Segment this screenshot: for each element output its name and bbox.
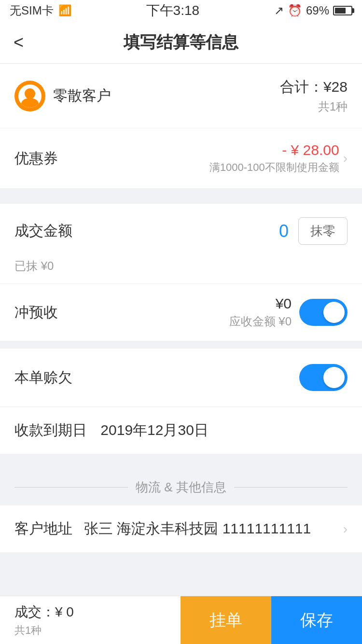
debt-row: 本单赊欠: [0, 349, 362, 406]
address-label: 客户地址: [14, 519, 72, 539]
status-left: 无SIM卡 📶: [10, 3, 71, 18]
logistics-header: 物流 & 其他信息: [0, 469, 362, 505]
address-row[interactable]: 客户地址 张三 海淀永丰科技园 11111111111 ›: [0, 505, 362, 552]
deal-amount-value: 0: [279, 221, 289, 241]
time-display: 下午3:18: [146, 1, 200, 20]
deal-amount-label: 成交金额: [14, 221, 72, 241]
chevron-right-icon: ›: [343, 151, 348, 166]
prepaid-label: 冲预收: [14, 303, 58, 322]
nav-bar: < 填写结算等信息: [0, 21, 362, 64]
hang-order-button[interactable]: 挂单: [181, 596, 271, 644]
back-button[interactable]: <: [14, 32, 24, 53]
total-amount: 合计：¥28: [280, 77, 348, 97]
debt-toggle[interactable]: [299, 364, 348, 391]
separator-3: [0, 462, 362, 469]
debt-toggle-knob: [323, 367, 345, 388]
bottom-count: 共1种: [14, 623, 166, 638]
prepaid-note: 应收金额 ¥0: [229, 314, 292, 329]
prepaid-amount: ¥0: [229, 295, 292, 312]
bottom-bar: 成交：¥ 0 共1种 挂单 保存: [0, 596, 362, 644]
customer-right: 合计：¥28 共1种: [280, 77, 348, 114]
deal-sub-text: 已抹 ¥0: [0, 258, 362, 283]
logistics-title: 物流 & 其他信息: [136, 479, 226, 496]
due-date-label: 收款到期日: [14, 422, 87, 438]
customer-name: 零散客户: [53, 86, 111, 106]
deal-section: 成交金额 0 抹零 已抹 ¥0 冲预收 ¥0 应收金额 ¥0: [0, 204, 362, 341]
separator-2: [0, 341, 362, 349]
location-icon: ↗: [274, 4, 284, 17]
due-date-row: 收款到期日 2019年12月30日: [0, 406, 362, 454]
wifi-icon: 📶: [58, 4, 71, 17]
debt-section: 本单赊欠 收款到期日 2019年12月30日: [0, 349, 362, 454]
bottom-deal-text: 成交：¥ 0: [14, 603, 166, 621]
prepaid-toggle[interactable]: [299, 299, 348, 326]
alarm-icon: ⏰: [288, 4, 302, 17]
address-section: 客户地址 张三 海淀永丰科技园 11111111111 ›: [0, 505, 362, 552]
status-right: ↗ ⏰ 69%: [274, 4, 352, 17]
avatar: [14, 81, 45, 112]
address-value: 张三 海淀永丰科技园 11111111111: [84, 519, 311, 539]
bottom-deal-value: ¥ 0: [55, 604, 74, 619]
coupon-row[interactable]: 优惠券 - ¥ 28.00 满1000-100不限制使用金额 ›: [0, 128, 362, 188]
battery-percent: 69%: [306, 4, 329, 17]
toggle-knob: [323, 302, 345, 323]
coupon-col: - ¥ 28.00 满1000-100不限制使用金额: [209, 142, 339, 175]
deal-amount-right: 0 抹零: [279, 217, 348, 245]
save-button[interactable]: 保存: [271, 596, 362, 644]
address-left: 客户地址 张三 海淀永丰科技园 11111111111: [14, 519, 311, 539]
coupon-value: - ¥ 28.00: [209, 142, 339, 158]
prepaid-row: 冲预收 ¥0 应收金额 ¥0: [0, 283, 362, 341]
customer-row: 零散客户 合计：¥28 共1种: [0, 64, 362, 128]
coupon-label: 优惠券: [14, 149, 58, 168]
total-count: 共1种: [280, 99, 348, 114]
battery-icon: [333, 6, 352, 15]
debt-label: 本单赊欠: [14, 368, 72, 388]
deal-amount-row: 成交金额 0 抹零: [0, 204, 362, 258]
page-title: 填写结算等信息: [124, 31, 238, 54]
bottom-info: 成交：¥ 0 共1种: [0, 596, 181, 644]
separator-1: [0, 196, 362, 204]
status-bar: 无SIM卡 📶 下午3:18 ↗ ⏰ 69%: [0, 0, 362, 21]
round-down-button[interactable]: 抹零: [298, 217, 348, 245]
due-date-value: 2019年12月30日: [100, 422, 208, 438]
address-chevron-icon: ›: [343, 521, 348, 537]
bottom-deal-label: 成交：: [14, 604, 55, 619]
customer-section: 零散客户 合计：¥28 共1种 优惠券 - ¥ 28.00 满1000-100不…: [0, 64, 362, 188]
prepaid-col: ¥0 应收金额 ¥0: [229, 295, 292, 329]
carrier-text: 无SIM卡: [10, 3, 54, 18]
coupon-note: 满1000-100不限制使用金额: [209, 160, 339, 175]
prepaid-right: ¥0 应收金额 ¥0: [229, 295, 348, 329]
customer-left: 零散客户: [14, 81, 111, 112]
coupon-right: - ¥ 28.00 满1000-100不限制使用金额 ›: [209, 142, 348, 175]
